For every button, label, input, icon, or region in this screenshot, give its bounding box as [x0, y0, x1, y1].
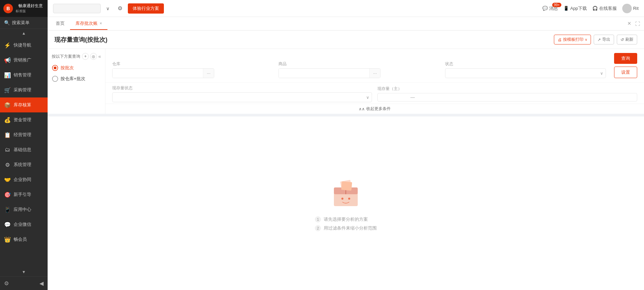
- refresh-icon: ↺: [621, 37, 624, 42]
- add-scheme-btn[interactable]: +: [82, 53, 89, 60]
- collapse-label: 收起更多条件: [366, 106, 391, 112]
- main-content: ∨ ⚙ 体验行业方案 💬 消息 99+ 📱 App下载 🎧 在线客服: [48, 0, 644, 290]
- export-btn[interactable]: ↗ 导出: [594, 35, 614, 44]
- operations-icon: 📋: [4, 131, 11, 138]
- sidebar-nav: ⚡ 快捷导航 📢 营销推广 📊 销售管理 🛒 采购管理 📦 库存核算 💰: [0, 38, 48, 268]
- status-select[interactable]: [445, 68, 606, 78]
- trial-btn[interactable]: 体验行业方案: [128, 3, 164, 14]
- message-icon: 💬: [542, 6, 548, 11]
- qty-to-input[interactable]: [417, 95, 444, 100]
- settings-footer-icon[interactable]: ⚙: [4, 280, 9, 287]
- topbar-left: ∨ ⚙ 体验行业方案: [53, 3, 164, 14]
- member-icon: 👑: [4, 236, 11, 243]
- sidebar-header: B 畅康通好生意 标准版: [0, 0, 48, 17]
- empty-illustration: [325, 176, 366, 210]
- sidebar-item-label: 系统管理: [14, 162, 31, 168]
- status-label: 状态: [445, 61, 606, 67]
- printer-icon: 🖨: [558, 37, 562, 42]
- purchase-icon: 🛒: [4, 87, 11, 93]
- user-name: Rit: [633, 6, 639, 11]
- export-icon: ↗: [597, 37, 601, 42]
- messages-btn[interactable]: 💬 消息 99+: [542, 5, 558, 12]
- warehouse-input[interactable]: [113, 69, 203, 78]
- sidebar-item-label: 营销推广: [14, 57, 31, 63]
- sidebar-item-enterprise[interactable]: 🤝 企业协同: [0, 172, 48, 187]
- dropdown-btn[interactable]: ∨: [103, 4, 112, 13]
- product-input[interactable]: [279, 69, 369, 78]
- sidebar-item-label: 资金管理: [14, 117, 31, 123]
- sidebar-item-app-center[interactable]: 📱 应用中心: [0, 202, 48, 217]
- sidebar-item-label: 销售管理: [14, 72, 31, 78]
- sidebar: B 畅康通好生意 标准版 🔍 搜索菜单 ▲ ⚡ 快捷导航 📢 营销推广: [0, 0, 48, 290]
- collapse-bar[interactable]: ∧∧ 收起更多条件: [105, 104, 644, 114]
- search-menu[interactable]: 🔍 搜索菜单: [0, 17, 48, 29]
- topbar-gear-icon[interactable]: ⚙: [115, 4, 125, 13]
- phone-icon: 📱: [563, 6, 569, 11]
- sidebar-item-quick-nav[interactable]: ⚡ 快捷导航: [0, 38, 48, 53]
- app-download-btn[interactable]: 📱 App下载: [563, 5, 587, 12]
- sidebar-item-inventory[interactable]: 📦 库存核算: [0, 97, 48, 112]
- left-panel: 按以下方案查询 + ◎ «: [48, 49, 105, 114]
- sidebar-item-label: 基础信息: [14, 147, 31, 153]
- sidebar-item-purchase[interactable]: 🛒 采购管理: [0, 83, 48, 97]
- app-edition: 标准版: [16, 9, 43, 14]
- settings-btn[interactable]: 设置: [614, 67, 637, 78]
- quick-nav-icon: ⚡: [4, 42, 11, 49]
- collapse-panel-btn[interactable]: «: [98, 54, 101, 59]
- refresh-btn[interactable]: ↺ 刷新: [617, 35, 637, 44]
- sidebar-item-sales[interactable]: 📊 销售管理: [0, 68, 48, 83]
- sidebar-item-label: 库存核算: [14, 102, 31, 108]
- svg-point-2: [52, 76, 58, 81]
- action-buttons: 查询 设置: [614, 53, 637, 78]
- sidebar-item-newbie[interactable]: 🎯 新手引导: [0, 187, 48, 202]
- warehouse-filter-col: 仓库 ···: [112, 61, 273, 78]
- app-logo: B: [3, 4, 13, 13]
- avatar: [622, 4, 632, 13]
- left-panel-header: 按以下方案查询 + ◎ «: [48, 53, 105, 62]
- scheme-item-warehouse-batch[interactable]: 按仓库+批次: [48, 73, 105, 84]
- sidebar-item-marketing[interactable]: 📢 营销推广: [0, 53, 48, 68]
- sidebar-item-finance[interactable]: 💰 资金管理: [0, 112, 48, 127]
- tab-close-btn[interactable]: ×: [100, 21, 102, 26]
- sidebar-item-operations[interactable]: 📋 经营管理: [0, 127, 48, 142]
- status-filter-col: 状态 ∨: [445, 61, 606, 78]
- online-service-btn[interactable]: 🎧 在线客服: [592, 5, 617, 12]
- tab-inventory-batch[interactable]: 库存批次账 ×: [70, 18, 107, 30]
- left-panel-title: 按以下方案查询: [52, 54, 80, 59]
- scheme-item-batch[interactable]: 按批次: [48, 62, 105, 73]
- right-filter-section: 仓库 ··· 商品 ···: [105, 49, 644, 114]
- sidebar-item-member[interactable]: 👑 畅会员: [0, 232, 48, 247]
- scheme-settings-btn[interactable]: ◎: [90, 53, 97, 60]
- topbar: ∨ ⚙ 体验行业方案 💬 消息 99+ 📱 App下载 🎧 在线客服: [48, 0, 644, 17]
- sidebar-item-label: 企业协同: [14, 177, 31, 183]
- qty-from-input[interactable]: [381, 95, 408, 100]
- collapse-sidebar-icon[interactable]: ◀: [39, 280, 44, 287]
- svg-point-6: [341, 198, 343, 200]
- sidebar-item-basic[interactable]: 🗂 基础信息: [0, 142, 48, 157]
- inventory-status-filter-col: 现存量状态 ∨: [112, 85, 372, 102]
- tab-home[interactable]: 首页: [50, 18, 70, 30]
- user-avatar[interactable]: Rit: [622, 4, 639, 13]
- resize-icon[interactable]: ⛶: [634, 21, 641, 26]
- app-title: 畅康通好生意: [18, 3, 43, 9]
- tip-text-1: 请先选择要分析的方案: [324, 216, 368, 222]
- template-print-btn[interactable]: 🖨 按模板打印 ∨: [554, 35, 591, 44]
- sidebar-scroll-down[interactable]: ▼: [20, 268, 27, 276]
- sidebar-item-enterprise-wechat[interactable]: 💬 企业微信: [0, 217, 48, 232]
- inventory-status-select[interactable]: [112, 92, 372, 102]
- empty-tip-2: 2 用过滤条件来缩小分析范围: [315, 225, 377, 231]
- svg-rect-9: [341, 181, 352, 191]
- page-header-actions: 🖨 按模板打印 ∨ ↗ 导出 ↺ 刷新: [554, 35, 637, 44]
- sidebar-item-system[interactable]: ⚙ 系统管理: [0, 157, 48, 172]
- product-more-btn[interactable]: ···: [369, 69, 380, 78]
- close-panel-icon[interactable]: ×: [625, 20, 634, 27]
- tip-num-1: 1: [315, 216, 321, 222]
- page-header: 现存量查询(按批次) 🖨 按模板打印 ∨ ↗ 导出 ↺ 刷新: [48, 31, 644, 49]
- export-label: 导出: [602, 37, 610, 42]
- inventory-qty-filter-col: 现存量（主） —: [377, 86, 637, 102]
- query-btn[interactable]: 查询: [614, 53, 637, 64]
- search-input[interactable]: [53, 4, 101, 13]
- sidebar-scroll-up[interactable]: ▲: [20, 30, 27, 37]
- inventory-icon: 📦: [4, 102, 11, 108]
- warehouse-more-btn[interactable]: ···: [203, 69, 214, 78]
